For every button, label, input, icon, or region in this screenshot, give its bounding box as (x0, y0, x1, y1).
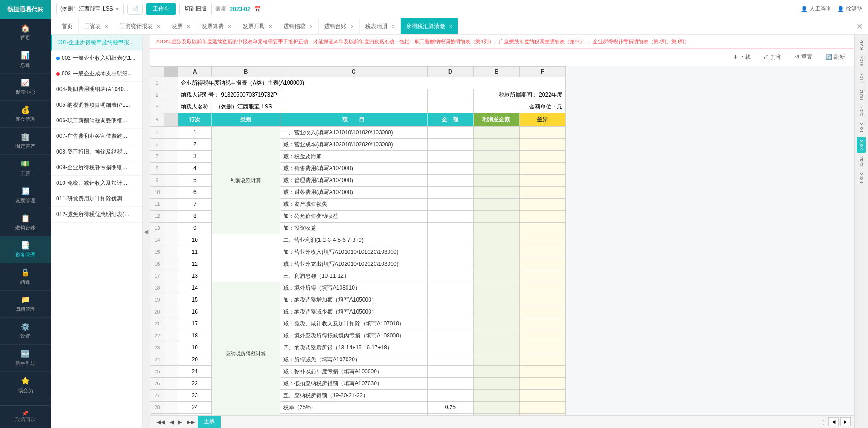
diff-cell[interactable] (519, 401, 565, 413)
sidebar-item-archive[interactable]: 📁 归档管理 (0, 291, 51, 318)
amount-cell[interactable] (427, 294, 473, 306)
profit-cell[interactable] (473, 138, 519, 150)
tab-close-icon[interactable]: ✕ (186, 24, 190, 29)
company-selector[interactable]: (勿删）江西服宝-LSS ▼ (56, 3, 124, 15)
diff-cell[interactable] (519, 330, 565, 342)
profit-cell[interactable] (473, 330, 519, 342)
refresh-button[interactable]: 🔄 刷新 (822, 51, 849, 63)
sidebar-item-ledger[interactable]: 📊 总账 (0, 46, 51, 74)
profit-cell[interactable] (473, 318, 519, 330)
sheet-nav-right-icon[interactable]: ▶▶ (185, 418, 197, 426)
profit-cell[interactable] (473, 401, 519, 413)
sheet-nav-prev-icon[interactable]: ◀ (168, 418, 175, 426)
amount-cell[interactable] (427, 222, 473, 234)
sidebar-item-invoices[interactable]: 🧾 发票管理 (0, 182, 51, 209)
amount-cell[interactable] (427, 246, 473, 258)
amount-cell[interactable] (427, 174, 473, 186)
year-item-2022[interactable]: 2022 (857, 137, 866, 153)
unpin-button[interactable]: 📌 取消固定 (0, 405, 51, 428)
profit-cell[interactable] (473, 342, 519, 354)
amount-cell[interactable] (427, 306, 473, 318)
diff-cell[interactable] (519, 306, 565, 318)
profit-cell[interactable] (473, 150, 519, 162)
diff-cell[interactable] (519, 186, 565, 198)
profit-cell[interactable] (473, 210, 519, 222)
tab-sales-audit[interactable]: 进销稽核 ✕ (278, 18, 319, 35)
amount-cell[interactable] (427, 162, 473, 174)
print-button[interactable]: 🖨 打印 (760, 51, 786, 63)
profit-cell[interactable] (473, 377, 519, 389)
close-all-tabs-button[interactable]: ✕ (856, 22, 862, 31)
left-panel-item-009[interactable]: 009-企业所得税补亏损明细... (51, 160, 142, 176)
tab-close-icon[interactable]: ✕ (104, 24, 108, 29)
amount-cell[interactable] (427, 210, 473, 222)
amount-cell[interactable] (427, 365, 473, 377)
amount-cell[interactable] (427, 354, 473, 365)
profit-cell[interactable] (473, 162, 519, 174)
diff-cell[interactable] (519, 318, 565, 330)
sidebar-item-assets[interactable]: 🏢 固定资产 (0, 128, 51, 155)
diff-cell[interactable] (519, 389, 565, 401)
profit-cell[interactable] (473, 246, 519, 258)
workspace-button[interactable]: 工作台 (146, 3, 176, 15)
spreadsheet-scroll[interactable]: A B C D E F 1 (150, 66, 854, 416)
profit-cell[interactable] (473, 354, 519, 365)
amount-cell[interactable] (427, 126, 473, 138)
year-item-2020[interactable]: 2020 (857, 103, 866, 119)
profit-cell[interactable] (473, 234, 519, 246)
profit-cell[interactable] (473, 186, 519, 198)
diff-cell[interactable] (519, 294, 565, 306)
amount-cell[interactable] (427, 258, 473, 270)
diff-cell[interactable] (519, 354, 565, 365)
diff-cell[interactable] (519, 162, 565, 174)
amount-cell[interactable] (427, 138, 473, 150)
sheet-nav-left-icon[interactable]: ◀◀ (155, 418, 167, 426)
tab-close-icon[interactable]: ✕ (156, 24, 160, 29)
profit-cell[interactable] (473, 306, 519, 318)
scroll-left-btn[interactable]: ◀ (828, 417, 839, 426)
profit-cell[interactable] (473, 365, 519, 377)
diff-cell[interactable] (519, 377, 565, 389)
tab-close-active-icon[interactable]: ✕ (449, 24, 452, 29)
diff-cell[interactable] (519, 150, 565, 162)
year-item-2021[interactable]: 2021 (857, 120, 866, 136)
left-panel-item-004[interactable]: 004-期间费用明细表(A1040... (51, 82, 142, 97)
tab-invoice-calc[interactable]: 发票算费 ✕ (196, 18, 237, 35)
amount-cell[interactable] (427, 318, 473, 330)
tab-payroll[interactable]: 工资表 ✕ (79, 18, 114, 35)
diff-cell[interactable] (519, 126, 565, 138)
amount-cell[interactable] (427, 282, 473, 294)
switch-version-button[interactable]: 切到旧版 (179, 3, 212, 15)
scroll-right-btn[interactable]: ▶ (840, 417, 851, 426)
diff-cell[interactable] (519, 210, 565, 222)
profit-cell[interactable] (473, 294, 519, 306)
year-item-2024[interactable]: 2024 (857, 170, 866, 186)
left-panel-item-007[interactable]: 007-广告费和业务宣传费跑... (51, 129, 142, 144)
tab-tax-schedule[interactable]: 税表清册 ✕ (360, 18, 401, 35)
sheet-nav-next-icon[interactable]: ▶ (176, 418, 184, 426)
diff-cell[interactable] (519, 365, 565, 377)
left-panel-item-006[interactable]: 006-职工薪酬纳税调整明细... (51, 113, 142, 129)
left-panel-item-010[interactable]: 010-免税、减计收入及加计... (51, 176, 142, 191)
sidebar-item-member[interactable]: ⭐ 畅会员 (0, 372, 51, 399)
amount-cell[interactable] (427, 389, 473, 401)
diff-cell[interactable] (519, 222, 565, 234)
user-profile[interactable]: 👤 徐湛华 (837, 5, 862, 13)
profit-cell[interactable] (473, 222, 519, 234)
left-panel-item-001[interactable]: 001-企业所得税年度纳税申报... (51, 35, 142, 51)
tab-close-icon[interactable]: ✕ (350, 24, 354, 29)
diff-cell[interactable] (519, 270, 565, 282)
amount-cell[interactable] (427, 234, 473, 246)
diff-cell[interactable] (519, 246, 565, 258)
left-panel-item-012[interactable]: 012-减免所得税优惠明细表(… (51, 207, 142, 223)
diff-cell[interactable] (519, 138, 565, 150)
amount-cell[interactable]: 0.25 (427, 401, 473, 413)
year-item-2017[interactable]: 2017 (857, 70, 866, 86)
amount-cell[interactable] (427, 186, 473, 198)
year-item-2016[interactable]: 2016 (857, 53, 866, 69)
amount-cell[interactable] (427, 342, 473, 354)
customer-service[interactable]: 👤 人工咨询 (801, 5, 832, 13)
sidebar-item-tax[interactable]: 📑 税务管理 (0, 236, 51, 263)
left-panel-item-002[interactable]: 002-一般企业收入明细表(A1... (51, 51, 142, 66)
tab-payroll-stats[interactable]: 工资统计报表 ✕ (114, 18, 166, 35)
